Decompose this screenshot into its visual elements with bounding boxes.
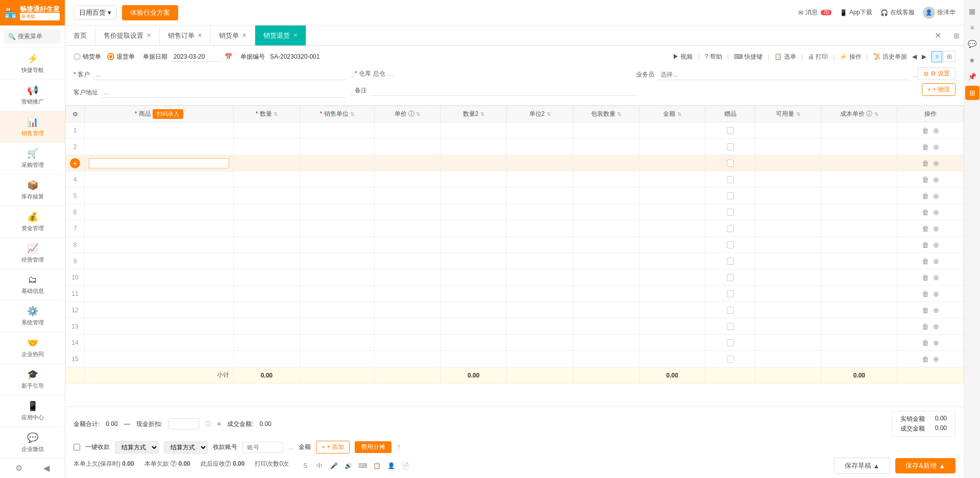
product-cell[interactable] bbox=[85, 139, 234, 155]
right-tool-pin[interactable]: 📌 bbox=[965, 69, 979, 84]
sidebar-item-marketing[interactable]: 📢 营销推广 bbox=[0, 80, 65, 111]
sidebar-item-basic[interactable]: 🗂 基础信息 bbox=[0, 269, 65, 300]
price-cell[interactable] bbox=[374, 122, 440, 139]
sidebar-item-quick-nav[interactable]: ⚡ 快捷导航 bbox=[0, 48, 65, 80]
copy-icon[interactable]: ⊕ bbox=[933, 339, 939, 347]
tab-sales-delivery[interactable]: 销货单 ✕ bbox=[211, 26, 255, 45]
gift-checkbox[interactable] bbox=[727, 339, 734, 346]
tool-icon-7[interactable]: 👤 bbox=[385, 460, 397, 472]
help-button[interactable]: ? 帮助 bbox=[705, 53, 722, 61]
gift-checkbox[interactable] bbox=[727, 356, 734, 363]
gift-checkbox[interactable] bbox=[727, 192, 734, 199]
video-button[interactable]: ▶ 视频 bbox=[673, 53, 693, 61]
gift-checkbox[interactable] bbox=[727, 274, 734, 281]
unit-cell[interactable] bbox=[300, 155, 374, 171]
history-button[interactable]: 📜 历史单据 bbox=[873, 53, 907, 61]
tab-price-setting[interactable]: 售价提取设置 ✕ bbox=[95, 26, 160, 45]
copy-icon[interactable]: ⊕ bbox=[933, 208, 939, 216]
sidebar-item-finance[interactable]: 💰 资金管理 bbox=[0, 206, 65, 238]
tool-icon-6[interactable]: 📋 bbox=[371, 460, 383, 472]
discount-input[interactable] bbox=[168, 418, 199, 430]
copy-icon[interactable]: ⊕ bbox=[933, 175, 939, 184]
table-view-button[interactable]: ≡ bbox=[932, 51, 942, 62]
gift-checkbox[interactable] bbox=[727, 143, 734, 150]
delete-icon[interactable]: 🗑 bbox=[922, 339, 929, 347]
gift-cell[interactable] bbox=[705, 122, 755, 139]
sidebar-item-system[interactable]: ⚙️ 系统管理 bbox=[0, 300, 65, 332]
sidebar-collapse-button[interactable]: ◀ bbox=[43, 463, 50, 473]
gift-checkbox[interactable] bbox=[727, 323, 734, 330]
right-tool-list[interactable]: ≡ bbox=[965, 20, 979, 35]
copy-icon[interactable]: ⊕ bbox=[933, 322, 939, 331]
pack-qty-cell[interactable] bbox=[573, 122, 639, 139]
cost-price-cell[interactable] bbox=[821, 122, 897, 139]
pack-qty-cell[interactable] bbox=[573, 155, 639, 171]
sort-icon[interactable]: ⇅ bbox=[796, 111, 800, 117]
gift-checkbox[interactable] bbox=[727, 258, 734, 265]
next-arrow[interactable]: ▶ bbox=[922, 53, 926, 60]
delete-icon[interactable]: 🗑 bbox=[922, 241, 929, 249]
payment-method-select[interactable]: 结算方式 bbox=[115, 441, 159, 454]
logistics-button[interactable]: + + 物流 bbox=[922, 83, 955, 96]
copy-icon[interactable]: ⊕ bbox=[933, 143, 939, 151]
delete-icon[interactable]: 🗑 bbox=[922, 290, 929, 298]
support-button[interactable]: 🎧 在线客服 bbox=[880, 8, 915, 17]
save-draft-button[interactable]: 保存草稿 ▲ bbox=[834, 458, 891, 474]
trial-button[interactable]: 体验行业方案 bbox=[122, 5, 178, 20]
cost-price-cell[interactable] bbox=[821, 139, 897, 155]
copy-icon[interactable]: ⊕ bbox=[933, 192, 939, 200]
col-settings[interactable]: ⚙ bbox=[66, 106, 85, 122]
pack-qty-cell[interactable] bbox=[573, 139, 639, 155]
sidebar-settings-button[interactable]: ⚙ bbox=[15, 463, 22, 473]
delete-icon[interactable]: 🗑 bbox=[922, 306, 929, 314]
unit2-cell[interactable] bbox=[507, 155, 573, 171]
copy-icon[interactable]: ⊕ bbox=[933, 355, 939, 363]
gift-checkbox[interactable] bbox=[727, 307, 734, 314]
expense-info-button[interactable]: ? bbox=[397, 444, 400, 451]
calendar-icon[interactable]: 📅 bbox=[225, 53, 232, 60]
delete-icon[interactable]: 🗑 bbox=[922, 192, 929, 200]
close-all-tabs-button[interactable]: ✕ bbox=[928, 31, 947, 40]
scan-button[interactable]: 扫码录入 bbox=[153, 109, 183, 119]
card-view-button[interactable]: ⊞ bbox=[943, 51, 955, 62]
sort-icon[interactable]: ⇅ bbox=[617, 111, 621, 117]
delete-icon[interactable]: 🗑 bbox=[922, 159, 929, 167]
gift-cell[interactable] bbox=[705, 155, 755, 171]
sort-icon[interactable]: ⇅ bbox=[480, 111, 484, 117]
customer-input[interactable] bbox=[93, 69, 347, 80]
gift-checkbox[interactable] bbox=[727, 160, 734, 167]
account-input[interactable] bbox=[242, 442, 283, 453]
sidebar-item-inventory[interactable]: 📦 库存核算 bbox=[0, 174, 65, 206]
tab-sales-return[interactable]: 销货退货 ✕ bbox=[255, 26, 306, 45]
delete-icon[interactable]: 🗑 bbox=[922, 175, 929, 184]
amount-cell[interactable] bbox=[639, 155, 705, 171]
unit-cell[interactable] bbox=[300, 122, 374, 139]
tool-icon-1[interactable]: S bbox=[299, 460, 311, 472]
copy-icon[interactable]: ⊕ bbox=[933, 159, 939, 167]
price-cell[interactable] bbox=[374, 155, 440, 171]
print-button[interactable]: 🖨 打印 bbox=[808, 53, 828, 61]
shortcut-button[interactable]: ⌨ 快捷键 bbox=[734, 53, 763, 61]
tab-close-icon[interactable]: ✕ bbox=[146, 32, 151, 39]
amount-cell[interactable] bbox=[639, 139, 705, 155]
copy-icon[interactable]: ⊕ bbox=[933, 257, 939, 265]
delete-icon[interactable]: 🗑 bbox=[922, 355, 929, 363]
product-cell[interactable] bbox=[85, 122, 234, 139]
qty2-cell[interactable] bbox=[440, 155, 507, 171]
cost-price-cell[interactable] bbox=[821, 155, 897, 171]
one-click-checkbox[interactable] bbox=[74, 444, 80, 450]
customer-more-icon[interactable]: ... bbox=[350, 71, 355, 79]
available-cell[interactable] bbox=[755, 122, 821, 139]
sidebar-item-enterprise[interactable]: 🤝 企业协同 bbox=[0, 332, 65, 364]
product-cell[interactable] bbox=[85, 155, 234, 171]
delete-icon[interactable]: 🗑 bbox=[922, 257, 929, 265]
copy-icon[interactable]: ⊕ bbox=[933, 241, 939, 249]
expense-split-button[interactable]: 费用分摊 bbox=[355, 441, 391, 453]
sidebar-item-appstore[interactable]: 📱 应用中心 bbox=[0, 395, 65, 427]
calc-method-select[interactable]: 结算方式 bbox=[164, 441, 208, 454]
add-payment-button[interactable]: + + 添加 bbox=[316, 441, 350, 454]
date-input[interactable] bbox=[170, 52, 222, 62]
sidebar-item-sales[interactable]: 📊 销售管理 bbox=[0, 111, 65, 143]
sidebar-item-newguide[interactable]: 🎓 新手引导 bbox=[0, 364, 65, 395]
gift-checkbox[interactable] bbox=[727, 176, 734, 183]
